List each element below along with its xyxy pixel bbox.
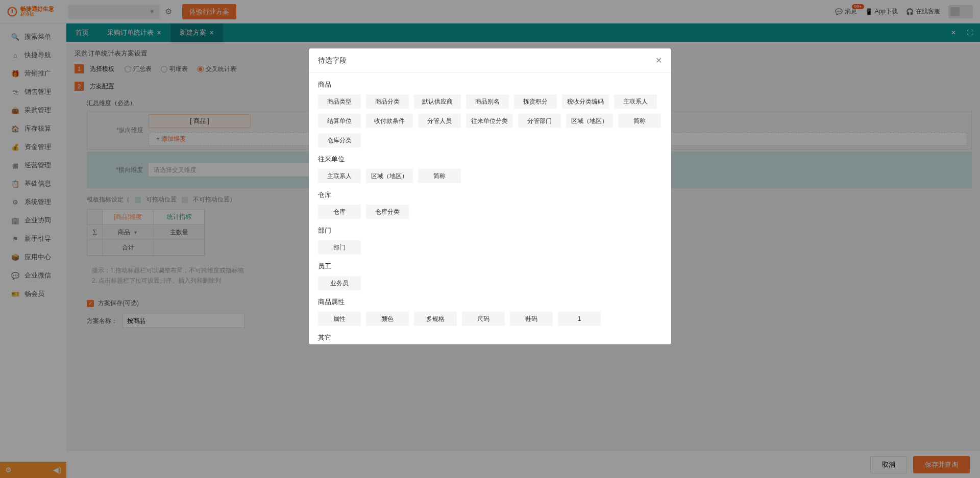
field-group-title: 仓库 (318, 190, 662, 199)
field-selector-modal: 待选字段 ✕ 商品商品类型商品分类默认供应商商品别名拣货积分税收分类编码主联系人… (309, 48, 671, 344)
field-chip[interactable]: 仓库 (318, 205, 361, 219)
field-chip[interactable]: 仓库分类 (366, 205, 409, 219)
field-chip[interactable]: 收付款条件 (366, 114, 413, 128)
modal-header: 待选字段 ✕ (309, 48, 671, 73)
field-chip[interactable]: 往来单位分类 (466, 114, 513, 128)
field-chip[interactable]: 税收分类编码 (562, 94, 609, 109)
field-group-0: 商品商品类型商品分类默认供应商商品别名拣货积分税收分类编码主联系人结算单位收付款… (318, 80, 662, 147)
field-chip[interactable]: 拣货积分 (514, 94, 557, 109)
field-chip[interactable]: 尺码 (462, 312, 505, 326)
field-group-title: 往来单位 (318, 155, 662, 164)
field-group-title: 其它 (318, 333, 662, 342)
field-chip[interactable]: 分管部门 (518, 114, 561, 128)
field-group-6: 其它单据日期项目 (318, 333, 662, 344)
field-chip[interactable]: 业务员 (318, 276, 361, 290)
field-chip[interactable]: 简称 (618, 114, 661, 128)
close-icon[interactable]: ✕ (655, 56, 662, 65)
field-group-title: 员工 (318, 262, 662, 271)
field-chip[interactable]: 区域（地区） (566, 114, 613, 128)
field-chip[interactable]: 部门 (318, 240, 361, 255)
modal-title: 待选字段 (318, 56, 347, 65)
field-chip[interactable]: 分管人员 (418, 114, 461, 128)
field-group-4: 员工业务员 (318, 262, 662, 290)
field-group-1: 往来单位主联系人区域（地区）简称 (318, 155, 662, 183)
field-chip[interactable]: 1 (558, 312, 601, 326)
field-chip[interactable]: 主联系人 (614, 94, 657, 109)
field-chip[interactable]: 商品类型 (318, 94, 361, 109)
field-chip[interactable]: 颜色 (366, 312, 409, 326)
field-group-5: 商品属性属性颜色多规格尺码鞋码1 (318, 297, 662, 326)
field-group-2: 仓库仓库仓库分类 (318, 190, 662, 219)
field-group-3: 部门部门 (318, 226, 662, 255)
field-group-title: 商品属性 (318, 297, 662, 307)
field-chip[interactable]: 鞋码 (510, 312, 553, 326)
field-chip[interactable]: 主联系人 (318, 169, 361, 183)
field-chip[interactable]: 区域（地区） (366, 169, 413, 183)
field-chip[interactable]: 商品别名 (466, 94, 509, 109)
field-chip[interactable]: 简称 (418, 169, 461, 183)
field-chip[interactable]: 多规格 (414, 312, 457, 326)
modal-body: 商品商品类型商品分类默认供应商商品别名拣货积分税收分类编码主联系人结算单位收付款… (309, 73, 671, 344)
field-group-title: 部门 (318, 226, 662, 235)
field-chip[interactable]: 仓库分类 (318, 133, 361, 147)
field-chip[interactable]: 结算单位 (318, 114, 361, 128)
field-chip[interactable]: 默认供应商 (414, 94, 461, 109)
field-group-title: 商品 (318, 80, 662, 89)
field-chip[interactable]: 商品分类 (366, 94, 409, 109)
field-chip[interactable]: 属性 (318, 312, 361, 326)
modal-overlay[interactable]: 待选字段 ✕ 商品商品类型商品分类默认供应商商品别名拣货积分税收分类编码主联系人… (0, 0, 980, 478)
